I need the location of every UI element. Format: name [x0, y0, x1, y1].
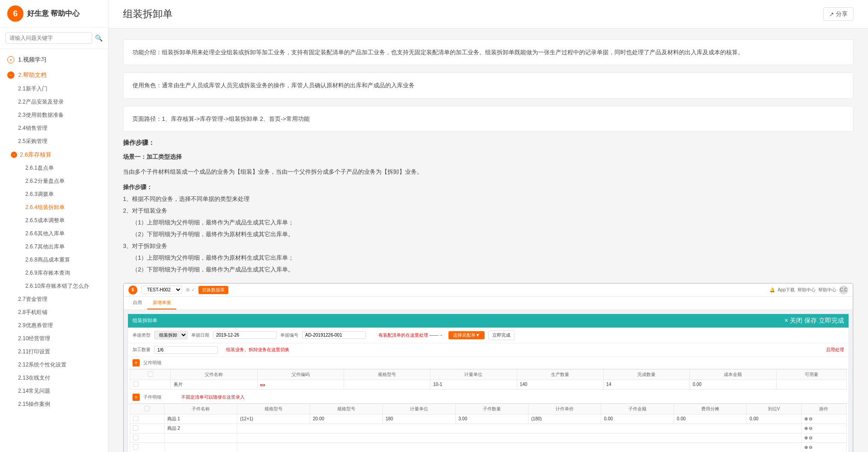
app-screenshot-wrapper: 6 TEST-H002 ⚙ ✓ 切换数据库 🔔 App下载 帮助中心 帮助中心 … [123, 283, 854, 452]
td-b-chk [130, 414, 165, 423]
nav-item-265[interactable]: 2.6.5成本调整单 [0, 214, 108, 227]
app-icon-2: App下载 [778, 287, 795, 293]
nav-item-2610[interactable]: 2.6.10库存账本错了怎么办 [0, 280, 108, 293]
bottom-table-wrapper: 子件名称 规格型号 规格型号 计量单位 子件数量 计件单价 子件金额 费用分摊 … [128, 404, 849, 452]
date-input[interactable] [213, 331, 277, 339]
top-table-header-row: 父件名称 父件编码 规格型号 计量单位 生产数量 完成数量 成本金额 可用量 [130, 369, 847, 380]
th-parent-code: 父件编码 [257, 369, 344, 380]
nav-item-23[interactable]: 2.3使用前数据准备 [0, 109, 108, 122]
brand-name: 好生意 帮助中心 [27, 9, 80, 19]
td-spec [344, 380, 430, 389]
share-icon: ↗ [829, 11, 834, 18]
modal-header: 组装拆卸单 × 关闭 保存 立即完成 [128, 314, 849, 328]
select-assembly-btn[interactable]: 选择装配单▼ [448, 331, 485, 339]
bottom-table: 子件名称 规格型号 规格型号 计量单位 子件数量 计件单价 子件金额 费用分摊 … [130, 404, 847, 452]
bottom-table-title: 子件明细 [143, 394, 161, 400]
info-block-intro: 功能介绍：组装拆卸单用来处理企业组装或拆卸等加工业务，支持有固定装配清单的产品加… [123, 39, 854, 65]
nav-section-docs-header[interactable]: − 2.帮助文档 [0, 68, 108, 82]
th-b-share: 费用分摊 [674, 404, 747, 414]
modal-title: 组装拆卸单 [132, 317, 157, 324]
nav-item-269[interactable]: 2.6.9库存账本查询 [0, 266, 108, 280]
tab-ziyong[interactable]: 自用 [127, 297, 147, 309]
th-unit: 计量单位 [430, 369, 517, 380]
row4-act: ⊕ ⊖ [801, 442, 846, 452]
form-row-2: 加工数量 组装业务、拆卸业务在这里切换 启用处理 [128, 343, 849, 357]
step-2: 2、对于组装业务 [123, 205, 854, 217]
nav-item-24[interactable]: 2.4销售管理 [0, 122, 108, 135]
nav-item-29[interactable]: 2.9优惠券管理 [0, 319, 108, 332]
nav-item-210[interactable]: 2.10经营管理 [0, 332, 108, 345]
brand-logo: 6 [7, 5, 24, 22]
sidebar-header: 6 好生意 帮助中心 [0, 0, 108, 28]
expand-icon-26: − [11, 152, 17, 158]
app-topbar: 6 TEST-H002 ⚙ ✓ 切换数据库 🔔 App下载 帮助中心 帮助中心 … [124, 284, 853, 297]
nav-item-264[interactable]: 2.6.4组装拆卸单 [0, 201, 108, 214]
app-icon-5: C.C [839, 285, 848, 295]
nav-item-267[interactable]: 2.6.7其他出库单 [0, 240, 108, 253]
app-screenshot: 6 TEST-H002 ⚙ ✓ 切换数据库 🔔 App下载 帮助中心 帮助中心 … [123, 283, 853, 452]
th-cost: 成本金额 [690, 369, 776, 380]
add-bottom-row-btn[interactable]: + [132, 394, 140, 401]
th-b-unit: 计量单位 [383, 404, 456, 414]
type-select[interactable]: 组装拆卸 [154, 331, 188, 339]
confirm-btn[interactable]: 立即完成 [488, 330, 514, 340]
add-top-row-btn[interactable]: + [132, 359, 140, 366]
modal-close-btn[interactable]: × 关闭 保存 立即完成 [784, 317, 844, 325]
app-logo: 6 [128, 285, 137, 295]
th-available: 可用量 [776, 369, 846, 380]
page-title: 组装拆卸单 [123, 7, 173, 21]
search-input[interactable] [5, 32, 92, 44]
role-text: 使用角色：通常由生产人员或库管人员完成拆装业务的操作，库管人员确认原材料的出库和… [132, 80, 844, 90]
modal-dialog: 组装拆卸单 × 关闭 保存 立即完成 单据类型 组装拆卸 单据日期 单据编号 [127, 314, 849, 452]
th-checkbox [130, 369, 171, 380]
nav-section-video-header[interactable]: + 1.视频学习 [0, 52, 108, 67]
search-icon[interactable]: 🔍 [95, 34, 103, 42]
th-parent-name: 父件名称 [171, 369, 257, 380]
type-label: 单据类型 [132, 332, 151, 338]
table-row: 商品 2 ⊕ ⊖ [130, 423, 847, 433]
company-selector[interactable]: TEST-H002 [141, 285, 182, 294]
nav-item-22[interactable]: 2.2产品安装及登录 [0, 95, 108, 109]
td-b-s2: 20.00 [310, 414, 382, 423]
td-b-qty: 3.00 [456, 414, 528, 423]
th-b-spec2: 规格型号 [310, 404, 382, 414]
share-button[interactable]: ↗ 分享 [823, 7, 854, 21]
app-right-icons: 🔔 App下载 帮助中心 帮助中心 C.C [769, 285, 848, 295]
row3-cell [164, 433, 237, 442]
nav-section-video-label: 1.视频学习 [18, 56, 47, 64]
nav-item-261[interactable]: 2.6.1盘点单 [0, 162, 108, 175]
switch-db-btn[interactable]: 切换数据库 [198, 286, 228, 294]
table-row: ⊕ ⊖ [130, 433, 847, 442]
nav-item-25[interactable]: 2.5采购管理 [0, 135, 108, 148]
intro-text: 功能介绍：组装拆卸单用来处理企业组装或拆卸等加工业务，支持有固定装配清单的产品加… [132, 47, 844, 57]
nav-item-214[interactable]: 2.14常见问题 [0, 385, 108, 398]
nav-item-263[interactable]: 2.6.3调拨单 [0, 188, 108, 201]
nav-item-215[interactable]: 2.15操作案例 [0, 398, 108, 411]
nav-item-211[interactable]: 2.11打印设置 [0, 345, 108, 358]
app-icon-3: 帮助中心 [797, 287, 816, 293]
tab-new-doc[interactable]: 新增单据 [147, 297, 176, 309]
nav-section-docs-label: 2.帮助文档 [18, 71, 47, 79]
td-b-amount: 0.00 [601, 414, 674, 423]
nav-item-266[interactable]: 2.6.6其他入库单 [0, 227, 108, 240]
nav-item-213[interactable]: 2.13在线支付 [0, 371, 108, 385]
num-input[interactable] [302, 331, 366, 339]
nav-item-268[interactable]: 2.6.8商品成本重算 [0, 253, 108, 266]
annotation-text-4: 不固定清单可以随便在这里录入 [181, 394, 245, 400]
nav-item-212[interactable]: 2.12系统个性化设置 [0, 358, 108, 371]
main-header: 组装拆卸单 ↗ 分享 [108, 0, 868, 29]
table-row: ⊕ ⊖ [130, 442, 847, 452]
nav-item-27[interactable]: 2.7资金管理 [0, 293, 108, 306]
td-b-arrive: 0.00 [747, 414, 802, 423]
date-label: 单据日期 [191, 332, 209, 338]
step-2-2: （2）下部明细为子件明细，最终作为原材料生成其它出库单。 [123, 228, 854, 240]
nav-item-28[interactable]: 2.8手机旺铺 [0, 306, 108, 319]
qty-input[interactable] [154, 346, 218, 354]
main-content: 组装拆卸单 ↗ 分享 功能介绍：组装拆卸单用来处理企业组装或拆卸等加工业务，支持… [108, 0, 868, 452]
nav-item-262[interactable]: 2.6.2分量盘点单 [0, 175, 108, 188]
th-produce-qty: 生产数量 [517, 369, 603, 380]
nav-item-21[interactable]: 2.1新手入门 [0, 82, 108, 95]
ops-title: 操作步骤： [123, 139, 854, 147]
form-row-1: 单据类型 组装拆卸 单据日期 单据编号 有装配清单的在这里处理 ——→ 选择装配… [128, 328, 849, 343]
nav-item-26-header[interactable]: − 2.6库存核算 [0, 148, 108, 162]
